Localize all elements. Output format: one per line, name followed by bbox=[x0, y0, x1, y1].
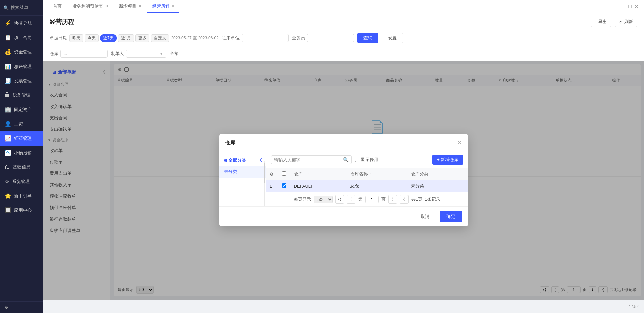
maker-label: 制单人 bbox=[111, 51, 124, 57]
modal-page-unit: 页 bbox=[381, 196, 386, 202]
sidebar-item-invoice[interactable]: 🧾 发票管理 bbox=[0, 74, 43, 88]
maximize-icon[interactable]: □ bbox=[628, 4, 632, 10]
sidebar-item-wages[interactable]: 👤 工资 bbox=[0, 117, 43, 131]
maker-input[interactable]: ▼ bbox=[126, 50, 166, 58]
th-modal-settings[interactable]: ⚙ bbox=[266, 168, 278, 180]
lightning-icon: ⚡ bbox=[5, 20, 11, 26]
ledger-icon: 📊 bbox=[5, 63, 11, 70]
th-modal-name: 仓库名称 ↕ bbox=[347, 168, 407, 180]
sidebar-item-reports[interactable]: 📉 小畅报销 bbox=[0, 146, 43, 160]
th-modal-checkbox[interactable] bbox=[278, 168, 291, 180]
show-disabled-checkbox-label[interactable]: 显示停用 bbox=[355, 157, 378, 163]
sidebar-item-funds[interactable]: 💰 资金管理 bbox=[0, 45, 43, 59]
guide-icon: 🌟 bbox=[5, 193, 11, 199]
modal-toolbar: 🔍 显示停用 + 新增仓库 bbox=[266, 151, 468, 168]
modal-sidebar-all[interactable]: ⊞ 全部分类 《 bbox=[219, 155, 266, 166]
sidebar-item-label: 经营管理 bbox=[14, 135, 32, 142]
sidebar-item-label: 系统管理 bbox=[12, 179, 30, 185]
warehouse-input[interactable]: ... bbox=[60, 50, 108, 58]
confirm-button[interactable]: 确定 bbox=[440, 211, 462, 222]
counterparty-filter-group: 往来单位 ... bbox=[222, 34, 289, 42]
modal-per-page-select[interactable]: 50 100 bbox=[314, 196, 333, 203]
modal-page-next[interactable]: ⟩ bbox=[388, 195, 397, 204]
sidebar-item-operations[interactable]: 📈 经营管理 bbox=[0, 131, 43, 146]
sidebar-search-label: 搜索菜单 bbox=[11, 5, 28, 11]
sidebar-item-assets[interactable]: 🏢 固定资产 bbox=[0, 102, 43, 117]
refresh-button[interactable]: ↻ 刷新 bbox=[615, 17, 637, 27]
tab-profit[interactable]: 业务利润预估表 ✕ bbox=[68, 1, 113, 13]
sidebar-item-tax[interactable]: 🏛 税务管理 bbox=[0, 88, 43, 102]
tab-newproject[interactable]: 新增项目 ✕ bbox=[114, 1, 146, 13]
sidebar-item-appstore[interactable]: 🔲 应用中心 bbox=[0, 203, 43, 218]
modal-actions: 取消 确定 bbox=[219, 206, 468, 226]
sidebar-item-system[interactable]: ⚙ 系统管理 bbox=[0, 174, 43, 189]
modal-select-all[interactable] bbox=[282, 171, 286, 176]
sidebar-search[interactable]: 🔍 搜索菜单 bbox=[0, 0, 43, 16]
sidebar-item-label: 应用中心 bbox=[14, 207, 32, 213]
tab-operations[interactable]: 经营历程 ✕ bbox=[147, 1, 179, 13]
wages-icon: 👤 bbox=[5, 121, 11, 127]
th-modal-code: 仓库... ↕ bbox=[291, 168, 347, 180]
modal-close-button[interactable]: ✕ bbox=[457, 139, 462, 146]
date-btn-more[interactable]: 更多 bbox=[135, 34, 149, 42]
sidebar-item-label: 基础信息 bbox=[13, 164, 30, 170]
close-icon[interactable]: ✕ bbox=[634, 3, 639, 10]
date-btn-1month[interactable]: 近1月 bbox=[118, 34, 134, 42]
salesman-input[interactable]: ... bbox=[307, 34, 354, 42]
sidebar-item-label: 项目合同 bbox=[14, 35, 32, 41]
modal-page-last[interactable]: ⟩⟩ bbox=[400, 195, 409, 204]
sidebar-item-contracts[interactable]: 📋 项目合同 bbox=[0, 30, 43, 45]
modal-table-body: 1 DEFAULT 总仓 未分类 bbox=[266, 180, 468, 192]
tab-home[interactable]: 首页 bbox=[48, 1, 67, 13]
date-btn-yesterday[interactable]: 昨天 bbox=[69, 34, 83, 42]
query-button[interactable]: 查询 bbox=[357, 33, 378, 43]
sidebar-item-shortcuts[interactable]: ⚡ 快捷导航 bbox=[0, 16, 43, 30]
modal-search-box: 🔍 bbox=[271, 155, 352, 164]
date-btn-today[interactable]: 今天 bbox=[85, 34, 99, 42]
modal-page-first[interactable]: ⟨⟨ bbox=[335, 195, 344, 204]
table-row[interactable]: 1 DEFAULT 总仓 未分类 bbox=[266, 180, 468, 192]
show-disabled-checkbox[interactable] bbox=[355, 158, 359, 162]
row-checkbox-cell[interactable] bbox=[278, 180, 291, 192]
modal-main: 🔍 显示停用 + 新增仓库 bbox=[266, 151, 468, 206]
minimize-icon[interactable]: — bbox=[620, 4, 626, 10]
sidebar-item-ledger[interactable]: 📊 总账管理 bbox=[0, 59, 43, 74]
warehouse-filter-group: 仓库 ... bbox=[50, 50, 108, 58]
setting-button[interactable]: 设置 bbox=[382, 33, 403, 43]
modal-table-head: ⚙ 仓库... ↕ 仓库名称 ↕ 仓库分类 ↕ bbox=[266, 168, 468, 180]
cancel-button[interactable]: 取消 bbox=[414, 211, 436, 222]
sidebar-settings[interactable]: ⚙ bbox=[0, 302, 43, 313]
system-icon: ⚙ bbox=[5, 178, 9, 185]
modal-page-prev[interactable]: ⟨ bbox=[347, 195, 355, 204]
sidebar-item-basic[interactable]: 🗂 基础信息 bbox=[0, 160, 43, 174]
sidebar-item-label: 固定资产 bbox=[14, 107, 32, 113]
modal-table-wrap: ⚙ 仓库... ↕ 仓库名称 ↕ 仓库分类 ↕ bbox=[266, 168, 468, 192]
amount-dash: — bbox=[180, 51, 185, 56]
date-btn-custom[interactable]: 自定义 bbox=[151, 34, 169, 42]
header-actions: ↑ 导出 ↻ 刷新 bbox=[591, 17, 638, 27]
tab-newproject-close[interactable]: ✕ bbox=[138, 4, 141, 8]
search-icon: 🔍 bbox=[343, 157, 349, 162]
modal-page-input[interactable] bbox=[365, 196, 379, 203]
sidebar-item-label: 工资 bbox=[14, 121, 23, 127]
search-icon: 🔍 bbox=[3, 5, 9, 10]
counterparty-input[interactable]: ... bbox=[242, 34, 289, 42]
sidebar-bottom: ⚙ bbox=[0, 301, 43, 313]
tab-operations-close[interactable]: ✕ bbox=[172, 4, 175, 8]
taskbar-time: 17:52 bbox=[629, 304, 639, 309]
export-button[interactable]: ↑ 导出 bbox=[591, 17, 612, 27]
tab-profit-close[interactable]: ✕ bbox=[105, 4, 108, 8]
date-btn-7days[interactable]: 近7天 bbox=[100, 34, 117, 42]
filter-bar2: 仓库 ... 制单人 ▼ 全额 — bbox=[43, 47, 644, 61]
warehouse-label: 仓库 bbox=[50, 51, 58, 57]
modal-search-input[interactable] bbox=[274, 157, 341, 162]
sidebar-item-guide[interactable]: 🌟 新手引导 bbox=[0, 189, 43, 203]
modal-sidebar-uncategorized[interactable]: 未分类 bbox=[219, 166, 266, 178]
maker-filter-group: 制单人 ▼ bbox=[111, 50, 166, 58]
row-checkbox[interactable] bbox=[282, 183, 286, 188]
add-warehouse-button[interactable]: + 新增仓库 bbox=[432, 155, 463, 165]
sidebar-item-label: 快捷导航 bbox=[14, 20, 32, 26]
tax-icon: 🏛 bbox=[5, 92, 10, 98]
modal-header: 仓库 ✕ bbox=[219, 134, 468, 151]
row-category: 未分类 bbox=[407, 180, 468, 192]
